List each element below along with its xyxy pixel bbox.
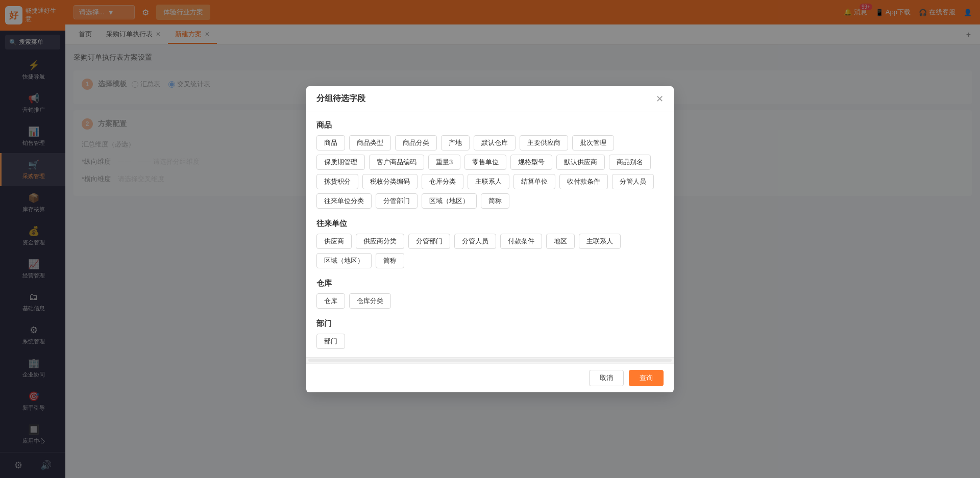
modal-body: 商品 商品 商品类型 商品分类 产地 默认仓库 主要供应商 批次管理 保质期管理… — [306, 112, 674, 357]
field-select-modal: 分组待选字段 ✕ 商品 商品 商品类型 商品分类 产地 默认仓库 主要供应商 批… — [306, 86, 674, 392]
field-tag-payment-terms[interactable]: 付款条件 — [500, 234, 542, 249]
category-goods-tags: 商品 商品类型 商品分类 产地 默认仓库 主要供应商 批次管理 保质期管理 客户… — [316, 135, 664, 209]
field-tag-main-supplier[interactable]: 主要供应商 — [520, 135, 568, 150]
category-warehouse-title: 仓库 — [316, 279, 664, 288]
field-tag-short-name-partner[interactable]: 简称 — [376, 253, 404, 268]
field-tag-origin[interactable]: 产地 — [441, 135, 470, 150]
modal-hscroll-track — [308, 359, 672, 362]
field-tag-goods-alias[interactable]: 商品别名 — [609, 155, 651, 170]
field-tag-manage-staff[interactable]: 分管人员 — [454, 234, 496, 249]
field-tag-warehouse-category[interactable]: 仓库分类 — [422, 174, 463, 189]
field-tag-shelf-life[interactable]: 保质期管理 — [316, 155, 365, 170]
modal-footer: 取消 查询 — [306, 363, 674, 392]
field-tag-customer-sku[interactable]: 客户商品编码 — [369, 155, 424, 170]
field-tag-batch-manage[interactable]: 批次管理 — [572, 135, 614, 150]
field-tag-manage-dept2[interactable]: 分管部门 — [408, 234, 450, 249]
field-tag-default-warehouse[interactable]: 默认仓库 — [474, 135, 516, 150]
category-warehouse: 仓库 仓库 仓库分类 — [316, 279, 664, 309]
field-tag-supplier-category[interactable]: 供应商分类 — [356, 234, 404, 249]
category-partner-title: 往来单位 — [316, 219, 664, 229]
modal-confirm-button[interactable]: 查询 — [629, 370, 664, 386]
field-tag-retail-unit[interactable]: 零售单位 — [464, 155, 506, 170]
field-tag-warehouse-cat[interactable]: 仓库分类 — [349, 293, 391, 309]
modal-title: 分组待选字段 — [316, 93, 365, 104]
field-tag-goods-type[interactable]: 商品类型 — [349, 135, 391, 150]
category-dept: 部门 部门 — [316, 319, 664, 349]
field-tag-weight3[interactable]: 重量3 — [428, 155, 460, 170]
field-tag-main-contact[interactable]: 主联系人 — [468, 174, 509, 189]
category-partner-tags: 供应商 供应商分类 分管部门 分管人员 付款条件 地区 主联系人 区域（地区） … — [316, 234, 664, 268]
field-tag-default-supplier[interactable]: 默认供应商 — [556, 155, 605, 170]
modal-close-button[interactable]: ✕ — [656, 93, 664, 105]
field-tag-spec-model[interactable]: 规格型号 — [510, 155, 552, 170]
category-dept-tags: 部门 — [316, 334, 664, 349]
category-dept-title: 部门 — [316, 319, 664, 329]
field-tag-payment-condition[interactable]: 收付款条件 — [559, 174, 608, 189]
field-tag-region-goods[interactable]: 区域（地区） — [422, 193, 477, 209]
field-tag-pick-points[interactable]: 拣货积分 — [316, 174, 358, 189]
field-tag-region-partner[interactable]: 区域（地区） — [316, 253, 372, 268]
category-goods-title: 商品 — [316, 120, 664, 130]
field-tag-area[interactable]: 地区 — [546, 234, 575, 249]
field-tag-supplier[interactable]: 供应商 — [316, 234, 352, 249]
field-tag-short-name-goods[interactable]: 简称 — [481, 193, 509, 209]
field-tag-manage-dept[interactable]: 分管部门 — [376, 193, 418, 209]
field-tag-tax-code[interactable]: 税收分类编码 — [362, 174, 418, 189]
modal-overlay: 分组待选字段 ✕ 商品 商品 商品类型 商品分类 产地 默认仓库 主要供应商 批… — [0, 0, 980, 478]
field-tag-main-contact2[interactable]: 主联系人 — [579, 234, 621, 249]
category-warehouse-tags: 仓库 仓库分类 — [316, 293, 664, 309]
field-tag-dept[interactable]: 部门 — [316, 334, 345, 349]
modal-horizontal-scrollbar[interactable] — [306, 357, 674, 363]
field-tag-partner-category[interactable]: 往来单位分类 — [316, 193, 372, 209]
modal-cancel-button[interactable]: 取消 — [589, 370, 624, 386]
field-tag-warehouse[interactable]: 仓库 — [316, 293, 345, 309]
field-tag-settlement-unit[interactable]: 结算单位 — [513, 174, 555, 189]
field-tag-goods[interactable]: 商品 — [316, 135, 345, 150]
category-partner: 往来单位 供应商 供应商分类 分管部门 分管人员 付款条件 地区 主联系人 区域… — [316, 219, 664, 268]
category-goods: 商品 商品 商品类型 商品分类 产地 默认仓库 主要供应商 批次管理 保质期管理… — [316, 120, 664, 209]
modal-header: 分组待选字段 ✕ — [306, 86, 674, 112]
field-tag-goods-category[interactable]: 商品分类 — [395, 135, 437, 150]
field-tag-manager[interactable]: 分管人员 — [612, 174, 654, 189]
